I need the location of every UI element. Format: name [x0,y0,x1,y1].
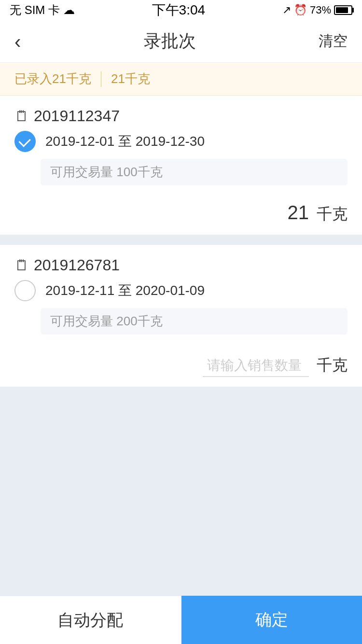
info-banner: 已录入21千克 21千克 [0,63,362,96]
batch-1-quantity-row: 21 千克 [0,197,362,235]
batch-2-date: 2019-12-11 至 2020-01-09 [45,281,205,300]
auto-assign-button[interactable]: 自动分配 [0,596,181,644]
batch-1-id: 2019112347 [34,107,120,125]
status-right: ↗ ⏰ 73% [282,4,352,16]
nav-bar: ‹ 录批次 清空 [0,20,362,63]
batch-1-id-row: 🗒 2019112347 [14,107,348,125]
batch-2-icon: 🗒 [14,257,29,274]
batch-card-2: 🗒 2019126781 2019-12-11 至 2020-01-09 可用交… [0,245,362,387]
confirm-button[interactable]: 确定 [181,596,362,644]
bottom-buttons: 自动分配 确定 [0,596,362,644]
clear-button[interactable]: 清空 [319,31,348,51]
batch-2-date-row: 2019-12-11 至 2020-01-09 [14,280,348,301]
content-area: 🗒 2019112347 2019-12-01 至 2019-12-30 可用交… [0,96,362,644]
recorded-label: 已录入21千克 [14,70,91,87]
batch-2-available: 可用交易量 200千克 [41,308,348,335]
batch-card-1: 🗒 2019112347 2019-12-01 至 2019-12-30 可用交… [0,96,362,235]
batch-card-2-inner: 🗒 2019126781 2019-12-11 至 2020-01-09 可用交… [0,245,362,346]
alarm-icon: ⏰ [294,4,307,16]
sim-status: 无 SIM 卡 ☁ [10,2,75,18]
batch-2-id: 2019126781 [34,256,120,274]
batch-2-radio[interactable] [14,280,36,301]
battery-icon [334,5,352,15]
recorded-value: 21千克 [111,70,150,87]
back-button[interactable]: ‹ [14,32,21,51]
batch-2-input-row: 千克 [0,346,362,387]
banner-divider [101,71,101,87]
section-divider [0,235,362,245]
batch-2-quantity-input[interactable] [203,354,309,377]
batch-1-unit: 千克 [317,204,348,225]
empty-area [0,387,362,618]
batch-1-radio[interactable] [14,131,36,152]
battery-pct: 73% [310,4,331,16]
batch-2-id-row: 🗒 2019126781 [14,256,348,274]
batch-1-available: 可用交易量 100千克 [41,159,348,185]
batch-card-1-inner: 🗒 2019112347 2019-12-01 至 2019-12-30 可用交… [0,96,362,197]
page-title: 录批次 [144,29,196,53]
batch-1-quantity: 21 [288,202,309,224]
batch-1-icon: 🗒 [14,108,29,125]
status-bar: 无 SIM 卡 ☁ 下午3:04 ↗ ⏰ 73% [0,0,362,20]
batch-1-date-row: 2019-12-01 至 2019-12-30 [14,131,348,152]
batch-2-unit: 千克 [317,355,348,376]
status-time: 下午3:04 [152,1,206,19]
location-icon: ↗ [282,4,291,16]
status-left: 无 SIM 卡 ☁ [10,2,75,18]
batch-1-date: 2019-12-01 至 2019-12-30 [45,132,205,151]
